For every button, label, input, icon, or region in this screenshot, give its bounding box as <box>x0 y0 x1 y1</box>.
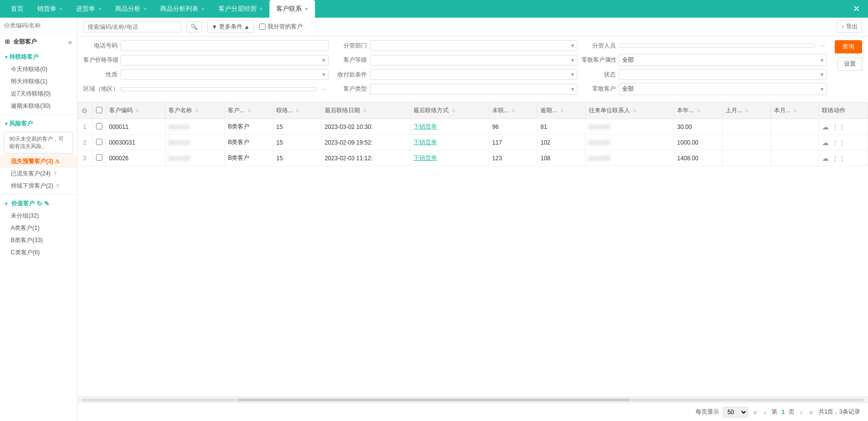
sidebar-item-declining[interactable]: 持续下滑客户(2) ？ <box>0 180 77 192</box>
sort-icon: ⇅ <box>560 108 564 113</box>
next-page-button[interactable]: › <box>798 408 804 416</box>
zero-customer-select[interactable]: 全部 ▾ <box>619 83 827 95</box>
price-level-select[interactable]: ▾ <box>121 55 329 66</box>
sidebar-group-value-label[interactable]: ▾ 价值客户 ↻ ✎ <box>0 197 77 210</box>
level-select[interactable]: ▾ <box>370 55 578 66</box>
close-icon[interactable]: × <box>144 6 146 12</box>
contact-icon[interactable]: ☁ <box>822 123 829 131</box>
more-icon[interactable]: ··· <box>818 42 827 49</box>
sidebar-item-churned[interactable]: 已流失客户(24) ？ <box>0 168 77 180</box>
more-actions-icon[interactable]: ⋮⋮ <box>832 139 845 147</box>
window-close-button[interactable]: ✕ <box>849 3 864 14</box>
query-button[interactable]: 查询 <box>835 40 862 53</box>
th-type[interactable]: 客户... ⇅ <box>225 102 273 119</box>
tab-purchase[interactable]: 进货单 × <box>69 0 108 18</box>
refresh-icon[interactable]: ↻ <box>37 200 42 207</box>
row-checkbox[interactable] <box>96 123 102 129</box>
row-checkbox[interactable] <box>96 139 102 145</box>
chevron-down-icon: ▾ <box>322 57 325 64</box>
sidebar-item-class-c[interactable]: C类客户(6) <box>0 247 77 259</box>
row-contact-count: 15 <box>273 150 322 166</box>
tab-customer-tier[interactable]: 客户分层经营 × <box>212 0 269 18</box>
sidebar-all-customers[interactable]: ⊞ 全部客户 « <box>0 34 77 50</box>
gender-select[interactable]: ▾ <box>121 69 329 80</box>
settings-button[interactable]: 设置 <box>838 57 862 71</box>
close-icon[interactable]: × <box>59 6 62 12</box>
th-this-year[interactable]: 本年... ⇅ <box>674 102 723 119</box>
th-name[interactable]: 客户名称 ⇅ <box>165 102 224 119</box>
tab-sales[interactable]: 销货单 × <box>30 0 69 18</box>
region-select[interactable] <box>121 87 317 91</box>
tab-analysis[interactable]: 商品分析 × <box>108 0 153 18</box>
sidebar-item-class-a[interactable]: A类客户(1) <box>0 222 77 234</box>
sidebar-item-ungrouped[interactable]: 未分组(32) <box>0 210 77 222</box>
contact-method-link[interactable]: 下销货单 <box>413 139 437 146</box>
more-actions-icon[interactable]: ⋮⋮ <box>832 154 845 162</box>
horizontal-scrollbar[interactable] <box>77 396 868 402</box>
sidebar-item-churn-warning[interactable]: 流失预警客户(3) ⚠ <box>0 155 77 168</box>
advanced-filter-panel: 电话号码 分管部门 ▾ 分管人员 <box>77 36 868 102</box>
page-size-select[interactable]: 50 100 <box>723 407 748 418</box>
settings-gear-icon[interactable]: ⚙ <box>81 107 88 115</box>
th-this-month[interactable]: 本月... ⇅ <box>771 102 819 119</box>
close-icon[interactable]: × <box>305 6 308 12</box>
contact-icon[interactable]: ☁ <box>822 139 829 147</box>
th-last-date[interactable]: 最后联络日期 ⇅ <box>321 102 410 119</box>
more-actions-icon[interactable]: ⋮⋮ <box>832 123 845 131</box>
select-all-checkbox[interactable] <box>96 107 102 113</box>
th-action: 联络动作 <box>819 102 868 119</box>
filter-bar: 🔍 ▼ 更多条件 ▲ 我分管的客户 ↑ 导出 <box>77 18 868 36</box>
my-customers-checkbox[interactable]: 我分管的客户 <box>259 23 303 31</box>
row-checkbox[interactable] <box>96 154 102 161</box>
contact-icon[interactable]: ☁ <box>822 154 829 162</box>
close-icon[interactable]: × <box>260 6 263 12</box>
collapse-icon[interactable]: « <box>68 38 72 46</box>
contact-method-link[interactable]: 下销货单 <box>413 154 437 161</box>
sidebar-item-class-b[interactable]: B类客户(33) <box>0 234 77 247</box>
sidebar-item-7days[interactable]: 近7天待联络(0) <box>0 88 77 100</box>
th-contact-count[interactable]: 联络... ⇅ <box>273 102 322 119</box>
more-conditions-button[interactable]: ▼ 更多条件 ▲ <box>207 21 254 33</box>
row-last-method: 下销货单 <box>410 119 489 135</box>
th-no-contact[interactable]: 未联... ⇅ <box>489 102 537 119</box>
contact-method-link[interactable]: 下销货单 <box>413 123 437 130</box>
tab-customer-contact[interactable]: 客户联系 × <box>269 0 314 18</box>
pagination-bar: 每页显示 50 100 « ‹ 第 1 页 › » 共1页，3条记录 <box>77 402 868 421</box>
manager-select[interactable] <box>619 44 815 48</box>
tab-home[interactable]: 首页 <box>4 0 30 18</box>
chevron-down-icon: ▾ <box>571 86 574 93</box>
more-icon[interactable]: ··· <box>320 86 329 93</box>
dept-select[interactable]: ▾ <box>370 40 578 51</box>
sidebar-group-pending: ▾ 待联络客户 今天待联络(0) 明天待联络(1) 近7天待联络(0) 逾期未联… <box>0 50 77 112</box>
status-select[interactable]: ▾ <box>619 69 827 80</box>
payment-select[interactable]: ▾ <box>370 69 578 80</box>
th-contact-person[interactable]: 往来单位联系人 ⇅ <box>586 102 674 119</box>
th-overdue[interactable]: 逾期... ⇅ <box>537 102 586 119</box>
scrollbar-thumb[interactable] <box>238 398 629 401</box>
search-button[interactable]: 🔍 <box>186 22 202 32</box>
export-button[interactable]: ↑ 导出 <box>837 21 862 33</box>
close-icon[interactable]: × <box>98 6 101 12</box>
phone-input[interactable] <box>121 40 329 51</box>
sidebar-item-tomorrow[interactable]: 明天待联络(1) <box>0 75 77 88</box>
sidebar-item-today[interactable]: 今天待联络(0) <box>0 63 77 75</box>
sidebar-search-input[interactable] <box>4 22 77 29</box>
prev-page-button[interactable]: ‹ <box>763 408 768 416</box>
search-input[interactable] <box>83 22 181 32</box>
sidebar-group-pending-label[interactable]: ▾ 待联络客户 <box>0 50 77 63</box>
last-page-button[interactable]: » <box>808 408 815 416</box>
close-icon[interactable]: × <box>201 6 204 12</box>
th-code[interactable]: 客户编码 ⇅ <box>106 102 165 119</box>
chevron-down-icon: ▾ <box>820 57 823 64</box>
chevron-down-icon: ▾ <box>820 71 823 78</box>
sidebar-item-overdue[interactable]: 逾期未联络(30) <box>0 100 77 112</box>
zero-attr-select[interactable]: 全部 ▾ <box>619 54 827 66</box>
row-overdue: 108 <box>537 150 586 166</box>
tab-analysis-list[interactable]: 商品分析列表 × <box>153 0 211 18</box>
customer-type-select[interactable]: ▾ <box>370 84 578 95</box>
th-last-month[interactable]: 上月... ⇅ <box>722 102 771 119</box>
first-page-button[interactable]: « <box>752 408 759 416</box>
th-last-method[interactable]: 最后联络方式 ⇅ <box>410 102 489 119</box>
edit-icon[interactable]: ✎ <box>44 200 49 207</box>
sidebar-group-risk-label[interactable]: ▾ 风险客户 <box>0 117 77 130</box>
